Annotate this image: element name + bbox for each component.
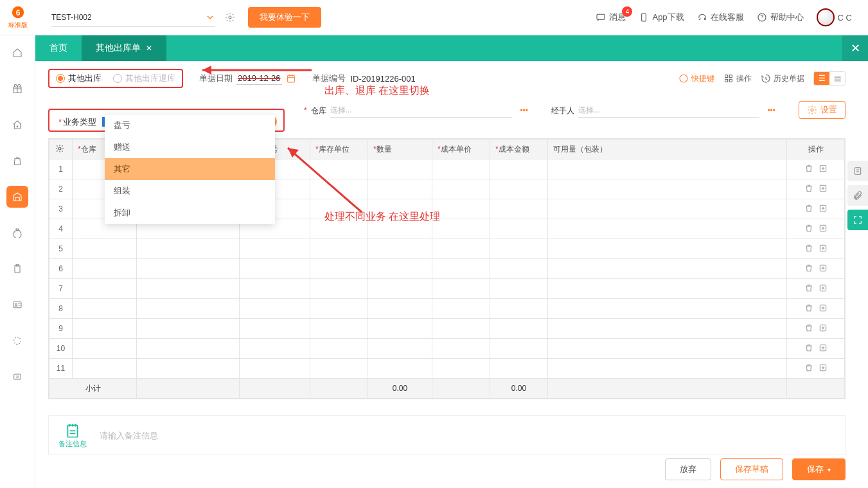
edition-label: 标准版 [8,21,28,30]
close-all-tabs[interactable]: ✕ [842,35,868,61]
tab-close-icon[interactable]: ✕ [146,44,152,53]
messages-link[interactable]: 消息 4 [596,12,626,23]
trial-button[interactable]: 我要体验一下 [248,7,321,28]
svg-rect-4 [642,14,646,21]
help-icon [757,12,767,23]
messages-badge: 4 [622,6,632,17]
rail-home[interactable] [6,42,28,61]
help-center-link[interactable]: 帮助中心 [757,12,804,23]
message-icon [596,12,606,23]
tab-other-outbound[interactable]: 其他出库单 ✕ [82,35,166,61]
avatar-icon [817,8,835,26]
top-bar: 6 标准版 TEST-H002 我要体验一下 消息 4 App下载 在线客服 帮… [0,0,868,35]
user-name: C C [838,13,852,23]
topbar-right: 消息 4 App下载 在线客服 帮助中心 C C [596,8,868,26]
workspace-selector[interactable]: TEST-H002 [51,8,215,27]
tab-active-label: 其他出库单 [96,42,141,54]
chevron-down-icon [205,12,215,23]
tab-home[interactable]: 首页 [35,35,82,61]
left-nav-rail: 新 [0,35,35,61]
home-icon [12,48,22,58]
user-menu[interactable]: C C [817,8,852,26]
svg-point-2 [229,16,231,19]
workspace-name: TEST-H002 [51,13,92,22]
phone-icon [639,12,649,23]
gear-icon[interactable] [225,12,235,23]
app-logo: 6 标准版 [0,5,35,30]
tab-strip: 首页 其他出库单 ✕ ✕ [35,35,868,61]
svg-rect-3 [597,14,605,19]
tab-home-label: 首页 [49,42,67,54]
svg-text:6: 6 [15,8,20,17]
headset-icon [697,12,707,23]
app-download-label: App下载 [652,12,684,23]
customer-service-label: 在线客服 [711,12,744,23]
customer-service-link[interactable]: 在线客服 [697,12,744,23]
help-center-label: 帮助中心 [770,12,804,23]
app-download-link[interactable]: App下载 [639,12,684,23]
